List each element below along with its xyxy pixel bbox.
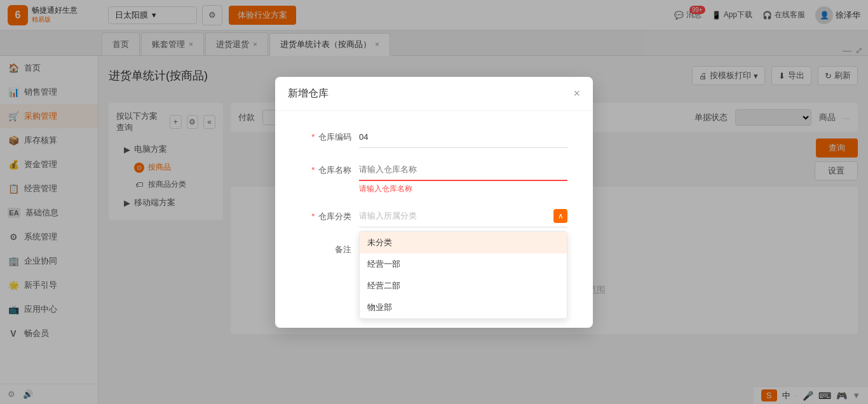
warehouse-code-control xyxy=(359,126,567,148)
warehouse-code-label: * 仓库编码 xyxy=(301,126,351,143)
category-placeholder: 请输入所属分类 xyxy=(359,210,417,222)
notes-label: 备注 xyxy=(301,239,351,255)
option-dept2[interactable]: 经营二部 xyxy=(360,275,567,297)
category-dropdown-list: 未分类 经营一部 经营二部 物业部 xyxy=(359,231,567,319)
modal-overlay[interactable]: 新增仓库 × * 仓库编码 * 仓库名称 xyxy=(0,0,868,404)
warehouse-code-input[interactable] xyxy=(359,126,567,148)
warehouse-name-control: 请输入仓库名称 xyxy=(359,159,567,194)
dialog-body: * 仓库编码 * 仓库名称 请输入仓库名称 xyxy=(275,111,593,287)
warehouse-category-control: 请输入所属分类 ∧ 未分类 经营一部 经营二部 物业部 xyxy=(359,206,567,227)
warehouse-name-row: * 仓库名称 请输入仓库名称 xyxy=(301,159,567,194)
warehouse-code-row: * 仓库编码 xyxy=(301,126,567,148)
dialog-header: 新增仓库 × xyxy=(275,77,593,111)
category-dropdown[interactable]: 请输入所属分类 ∧ xyxy=(359,206,567,227)
warehouse-name-label: * 仓库名称 xyxy=(301,159,351,176)
warehouse-name-input[interactable] xyxy=(359,159,567,181)
warehouse-name-error: 请输入仓库名称 xyxy=(359,184,567,194)
option-unclassified[interactable]: 未分类 xyxy=(360,232,567,253)
warehouse-category-label: * 仓库分类 xyxy=(301,206,351,222)
option-dept1[interactable]: 经营一部 xyxy=(360,253,567,275)
dialog-title: 新增仓库 xyxy=(288,87,329,100)
option-property[interactable]: 物业部 xyxy=(360,297,567,318)
dialog-close-button[interactable]: × xyxy=(573,88,580,99)
warehouse-category-row: * 仓库分类 请输入所属分类 ∧ 未分类 经营一部 经营二部 物业部 xyxy=(301,206,567,227)
dropdown-arrow-icon: ∧ xyxy=(553,209,567,223)
add-warehouse-dialog: 新增仓库 × * 仓库编码 * 仓库名称 xyxy=(275,77,593,328)
